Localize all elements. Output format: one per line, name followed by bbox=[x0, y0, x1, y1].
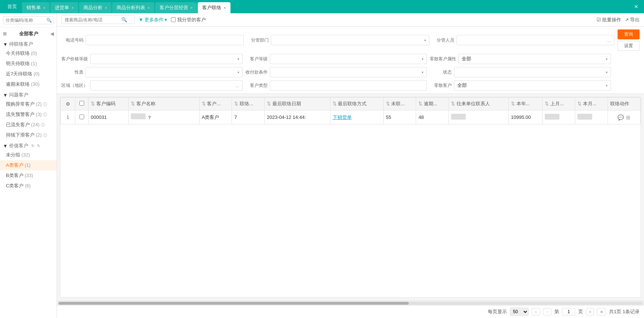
close-icon[interactable]: × bbox=[223, 2, 226, 13]
col-company-contact[interactable]: ⇅ 往来单位联系人 bbox=[449, 98, 509, 110]
customer-level-input[interactable]: ▾ bbox=[270, 54, 427, 64]
col-type[interactable]: ⇅ 客户... bbox=[199, 98, 232, 110]
gear-icon[interactable]: ⚙ bbox=[66, 101, 70, 107]
col-code[interactable]: ⇅ 客户编码 bbox=[89, 98, 129, 110]
home-tab[interactable]: 首页 bbox=[3, 0, 21, 13]
close-icon[interactable]: × bbox=[147, 2, 150, 13]
filter-row-1: 电话号码 分管部门 ▾ 分管人员 ... 查询 设置 bbox=[61, 29, 640, 51]
sidebar-item-churn-warning-badge: (3) bbox=[36, 112, 42, 117]
first-page-button[interactable]: « bbox=[532, 308, 541, 315]
sidebar-item-7day-pending-label: 近7天待联络 bbox=[6, 71, 32, 77]
main-search-input[interactable] bbox=[65, 17, 120, 22]
next-page-button[interactable]: › bbox=[586, 308, 594, 315]
col-last-contact-date-label: 最后联络日期 bbox=[272, 101, 301, 106]
sidebar-item-class-c[interactable]: C类客户 (6) bbox=[0, 181, 57, 191]
dept-input[interactable]: ▾ bbox=[271, 35, 429, 45]
manager-input[interactable]: ... bbox=[457, 35, 615, 45]
close-icon[interactable]: × bbox=[43, 2, 45, 13]
more-conditions-button[interactable]: ▼ 更多条件 ▾ bbox=[139, 17, 167, 23]
sidebar-item-churned[interactable]: 已流失客户 (24) ⓘ bbox=[0, 120, 57, 130]
scrollbar-thumb[interactable] bbox=[58, 302, 409, 305]
sidebar-item-tomorrow-pending-label: 明天待联络 bbox=[6, 61, 30, 66]
sidebar-item-tomorrow-pending[interactable]: 明天待联络 (1) bbox=[0, 59, 57, 69]
sidebar-all-customers[interactable]: ⊞ 全部客户 ◀ bbox=[0, 28, 57, 39]
col-contact-count[interactable]: ⇅ 联络... bbox=[232, 98, 265, 110]
col-this-year[interactable]: ⇅ 本年... bbox=[509, 98, 543, 110]
query-button[interactable]: 查询 bbox=[618, 29, 640, 39]
sidebar-item-class-a-badge: (1) bbox=[25, 162, 31, 168]
my-customers-checkbox[interactable] bbox=[171, 17, 176, 22]
sidebar-item-overdue-pending[interactable]: 逾期未联络 (30) bbox=[0, 79, 57, 89]
phone-input[interactable] bbox=[86, 35, 244, 45]
col-overdue[interactable]: ⇅ 逾期... bbox=[416, 98, 449, 110]
sidebar-item-churn-warning[interactable]: 流失预警客户 (3) ⓘ bbox=[0, 109, 57, 120]
export-button[interactable]: ↗ 导出 bbox=[625, 17, 640, 23]
close-icon[interactable]: × bbox=[71, 2, 74, 13]
prev-page-button[interactable]: ‹ bbox=[543, 308, 551, 315]
row-contact-count: 7 bbox=[232, 110, 265, 124]
sidebar-item-class-a[interactable]: A类客户 (1) bbox=[0, 160, 57, 170]
filter-price-level: 客户价格等级 ▾ bbox=[61, 54, 243, 64]
select-all-checkbox[interactable] bbox=[79, 101, 84, 106]
sidebar-item-class-b[interactable]: B类客户 (33) bbox=[0, 170, 57, 181]
payment-input[interactable]: ▾ bbox=[270, 67, 427, 77]
price-level-label: 客户价格等级 bbox=[61, 56, 88, 62]
tab-product-analysis-list[interactable]: 商品分析列表 × bbox=[112, 2, 154, 13]
col-this-month[interactable]: ⇅ 本月... bbox=[575, 98, 608, 110]
phone-label: 电话号码 bbox=[61, 37, 83, 43]
col-gear[interactable]: ⚙ bbox=[61, 98, 75, 110]
filter-region: 区域（地区） ... bbox=[61, 80, 243, 91]
last-contact-method-link[interactable]: 下销货单 bbox=[333, 114, 352, 120]
sidebar-group-problem[interactable]: ▼ 问题客户 bbox=[0, 89, 57, 99]
tab-sales-order[interactable]: 销售单 × bbox=[22, 2, 50, 13]
last-page-button[interactable]: » bbox=[597, 308, 606, 315]
sidebar-item-ungrouped-badge: (32) bbox=[21, 152, 30, 158]
close-icon[interactable]: × bbox=[190, 2, 193, 13]
nature-input[interactable]: ▾ bbox=[86, 67, 243, 77]
col-uncontacted-label: 未联... bbox=[391, 101, 405, 106]
tab-purchase-order[interactable]: 进货单 × bbox=[50, 2, 78, 13]
col-name[interactable]: ⇅ 客户名称 bbox=[129, 98, 199, 110]
chat-icon[interactable]: 💬 bbox=[618, 114, 624, 120]
tab-customer-contact[interactable]: 客户联络 × bbox=[198, 2, 230, 13]
col-last-contact-method[interactable]: ⇅ 最后联络方式 bbox=[330, 98, 383, 110]
row-checkbox[interactable] bbox=[79, 114, 84, 119]
tab-customer-segment[interactable]: 客户分层经营 × bbox=[155, 2, 197, 13]
filter-row-2: 客户价格等级 ▾ 客户等级 ▾ 零散客户属性 全部 ▾ bbox=[61, 54, 640, 64]
retail-attr-input[interactable]: 全部 ▾ bbox=[458, 54, 611, 64]
sidebar-item-7day-pending[interactable]: 近7天待联络 (0) bbox=[0, 69, 57, 79]
status-input[interactable]: ▾ bbox=[454, 67, 611, 77]
sidebar-item-ungrouped-label: 未分组 bbox=[6, 152, 20, 158]
sidebar-item-hoarding[interactable]: 囤购异常客户 (2) ⓘ bbox=[0, 99, 57, 109]
content-area: 🔍 ▼ 更多条件 ▾ 我分管的客户 ☑ 批量操作 ↗ 导出 bbox=[57, 13, 644, 318]
sidebar-group-pending[interactable]: ▼ 待联络客户 bbox=[0, 39, 57, 48]
grid-icon[interactable]: ⊞ bbox=[626, 114, 630, 120]
retail-customer-input[interactable]: 全部 ▾ bbox=[454, 80, 611, 91]
close-all-button[interactable]: × bbox=[631, 3, 641, 11]
sidebar-item-class-c-badge: (6) bbox=[25, 183, 31, 188]
page-number-input[interactable] bbox=[562, 308, 575, 315]
sidebar-group-value[interactable]: ▼ 价值客户 ↻ ✎ bbox=[0, 140, 57, 150]
sidebar-item-ungrouped[interactable]: 未分组 (32) bbox=[0, 150, 57, 160]
sidebar-item-declining[interactable]: 持续下滑客户 (2) ⓘ bbox=[0, 130, 57, 140]
sidebar-item-today-pending[interactable]: 今天待联络 (0) bbox=[0, 48, 57, 59]
col-uncontacted[interactable]: ⇅ 未联... bbox=[383, 98, 416, 110]
edit-icon[interactable]: ✎ bbox=[37, 144, 40, 148]
col-last-contact-date[interactable]: ⇅ 最后联络日期 bbox=[265, 98, 330, 110]
col-this-month-label: 本月... bbox=[583, 101, 597, 106]
settings-button[interactable]: 设置 bbox=[618, 41, 640, 51]
horizontal-scrollbar[interactable] bbox=[57, 301, 644, 305]
toolbar-right: ☑ 批量操作 ↗ 导出 bbox=[597, 17, 640, 23]
page-size-select[interactable]: 50 100 200 bbox=[510, 308, 529, 316]
price-level-input[interactable]: ▾ bbox=[90, 54, 243, 64]
my-customers-checkbox-container[interactable]: 我分管的客户 bbox=[171, 17, 206, 23]
customer-type-input[interactable] bbox=[270, 80, 427, 91]
col-last-month[interactable]: ⇅ 上月... bbox=[543, 98, 575, 110]
batch-ops-button[interactable]: ☑ 批量操作 bbox=[597, 17, 621, 23]
tab-product-analysis[interactable]: 商品分析 × bbox=[79, 2, 111, 13]
close-icon[interactable]: × bbox=[105, 2, 107, 13]
row-code: 000031 bbox=[89, 110, 129, 124]
region-input[interactable]: ... bbox=[90, 80, 243, 91]
filter-row-3: 性质 ▾ 收付款条件 ▾ 状态 ▾ bbox=[61, 67, 640, 77]
refresh-icon[interactable]: ↻ bbox=[31, 144, 35, 148]
